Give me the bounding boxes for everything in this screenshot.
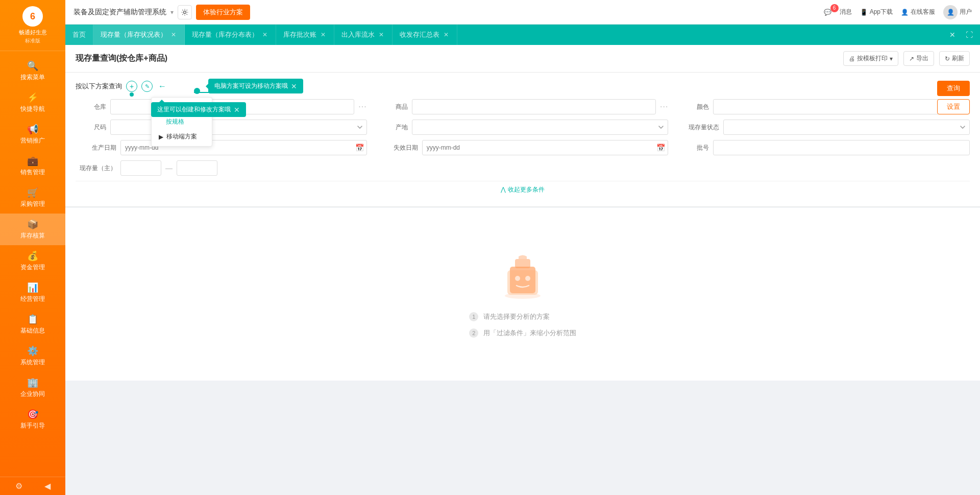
tooltip-mobile-schema: 电脑方案可设为移动方案哦 ✕ xyxy=(208,79,303,93)
tooltip2-close-btn[interactable]: ✕ xyxy=(234,106,240,114)
message-action[interactable]: 💬 6 消息 xyxy=(824,8,852,16)
inventory-max-input[interactable] xyxy=(177,160,217,176)
basic-info-icon: 📋 xyxy=(27,314,38,325)
expire-date-calendar-icon[interactable]: 📅 xyxy=(656,144,665,152)
sidebar-item-guide[interactable]: 🎯 新手引导 xyxy=(0,404,65,435)
tab-inout-flow-close[interactable]: ✕ xyxy=(378,30,385,39)
sidebar-item-label: 库存核算 xyxy=(20,231,45,240)
size-field: 尺码 xyxy=(76,120,367,135)
warehouse-dots[interactable]: ··· xyxy=(358,102,366,111)
settings-bottom-btn[interactable]: ⚙ xyxy=(15,481,22,491)
color-field: 颜色 xyxy=(678,99,970,114)
app-download-action[interactable]: 📱 App下载 xyxy=(860,8,893,16)
goods-dots[interactable]: ··· xyxy=(660,102,668,111)
tab-batch-ledger-close[interactable]: ✕ xyxy=(320,30,327,39)
origin-select[interactable] xyxy=(412,120,669,135)
produce-date-start-calendar-icon[interactable]: 📅 xyxy=(355,144,364,152)
color-select[interactable] xyxy=(713,99,970,114)
sidebar: 6 畅通好生意 标准版 🔍 搜索菜单 ⚡ 快捷导航 📢 营销推广 💼 销售管理 … xyxy=(0,0,65,495)
add-schema-btn[interactable]: + xyxy=(126,81,137,92)
tooltip1-close-btn[interactable]: ✕ xyxy=(291,82,297,90)
stock-status-select[interactable] xyxy=(723,120,970,135)
expand-tab-btn[interactable]: ⛶ xyxy=(963,29,976,41)
header-settings-btn[interactable] xyxy=(178,5,192,19)
page-title: 现存量查询(按仓库+商品) xyxy=(76,53,167,64)
tab-inout-flow[interactable]: 出入库流水 ✕ xyxy=(334,25,393,45)
back-schema-btn[interactable]: ← xyxy=(157,81,168,92)
origin-label: 产地 xyxy=(377,123,408,132)
print-icon: 🖨 xyxy=(849,55,855,62)
sidebar-item-search[interactable]: 🔍 搜索菜单 xyxy=(0,55,65,87)
produce-date-field: 生产日期 📅 xyxy=(76,140,367,155)
print-btn[interactable]: 🖨 按模板打印 ▾ xyxy=(843,51,898,66)
sales-icon: 💼 xyxy=(27,155,38,167)
batch-input[interactable] xyxy=(713,140,970,155)
edit-schema-btn[interactable]: ✎ xyxy=(141,81,153,92)
collapse-conditions-btn[interactable]: ⋀ 收起更多条件 xyxy=(76,181,970,198)
service-icon: 👤 xyxy=(901,9,909,16)
tab-inventory-status[interactable]: 现存量（库存状况表） ✕ xyxy=(93,25,185,45)
tab-collect-send[interactable]: 收发存汇总表 ✕ xyxy=(393,25,457,45)
inventory-min-input[interactable] xyxy=(120,160,161,176)
tab-batch-ledger-label: 库存批次账 xyxy=(283,30,316,39)
tab-bar: 首页 现存量（库存状况表） ✕ 现存量（库存分布表） ✕ 库存批次账 ✕ 出入库… xyxy=(65,25,980,45)
schema-pc-sub-label: 按规格 xyxy=(166,117,184,126)
sidebar-item-operations[interactable]: 📊 经营管理 xyxy=(0,277,65,309)
tab-inout-flow-label: 出入库流水 xyxy=(341,30,375,39)
tab-inventory-status-close[interactable]: ✕ xyxy=(170,30,177,39)
sidebar-item-marketing[interactable]: 📢 营销推广 xyxy=(0,119,65,150)
experience-btn[interactable]: 体验行业方案 xyxy=(196,5,250,20)
sidebar-item-finance[interactable]: 💰 资金管理 xyxy=(0,245,65,277)
expire-date-input[interactable] xyxy=(422,140,669,155)
user-avatar: 👤 xyxy=(943,5,958,19)
message-badge: 6 xyxy=(830,4,839,12)
sidebar-item-enterprise[interactable]: 🏢 企业协同 xyxy=(0,372,65,404)
sidebar-item-quick-nav[interactable]: ⚡ 快捷导航 xyxy=(0,87,65,119)
sidebar-item-label: 营销推广 xyxy=(20,136,45,145)
tab-inventory-dist-close[interactable]: ✕ xyxy=(261,30,268,39)
step2-num: 2 xyxy=(469,328,478,338)
svg-point-5 xyxy=(525,276,530,281)
sidebar-item-sales[interactable]: 💼 销售管理 xyxy=(0,150,65,182)
sidebar-item-basic-info[interactable]: 📋 基础信息 xyxy=(0,309,65,340)
online-service-action[interactable]: 👤 在线客服 xyxy=(901,8,935,16)
collapse-up-icon: ⋀ xyxy=(501,186,507,193)
size-select[interactable] xyxy=(110,120,367,135)
schema-mobile-item[interactable]: ▶ 移动端方案 xyxy=(152,129,212,144)
sidebar-item-inventory[interactable]: 📦 库存核算 xyxy=(0,214,65,245)
tab-batch-ledger[interactable]: 库存批次账 ✕ xyxy=(276,25,334,45)
system-icon: ⚙️ xyxy=(27,345,38,357)
sidebar-item-label: 快捷导航 xyxy=(20,105,45,113)
tab-inventory-status-label: 现存量（库存状况表） xyxy=(101,30,167,39)
tab-collect-send-close[interactable]: ✕ xyxy=(443,30,450,39)
tab-home[interactable]: 首页 xyxy=(65,25,93,45)
sidebar-item-system[interactable]: ⚙️ 系统管理 xyxy=(0,340,65,372)
sidebar-bottom: ⚙ ◀ xyxy=(0,477,65,495)
export-btn[interactable]: ↗ 导出 xyxy=(903,51,934,66)
expire-date-wrap: 📅 xyxy=(422,140,669,155)
reset-btn[interactable]: 设置 xyxy=(937,99,970,114)
system-dropdown-btn[interactable]: ▾ xyxy=(170,9,174,16)
content-area: 现存量查询(按仓库+商品) 🖨 按模板打印 ▾ ↗ 导出 ↻ 刷新 xyxy=(65,45,980,495)
close-all-tabs-btn[interactable]: ✕ xyxy=(946,29,959,41)
warehouse-label: 仓库 xyxy=(76,103,106,111)
sidebar-item-label: 资金管理 xyxy=(20,263,45,272)
refresh-btn[interactable]: ↻ 刷新 xyxy=(939,51,970,66)
refresh-label: 刷新 xyxy=(952,54,964,63)
goods-input[interactable] xyxy=(412,99,656,114)
tooltip1-text: 电脑方案可设为移动方案哦 xyxy=(214,82,288,90)
search-btn[interactable]: 查询 xyxy=(937,81,970,96)
print-dropdown-icon: ▾ xyxy=(890,55,893,62)
sidebar-item-purchase[interactable]: 🛒 采购管理 xyxy=(0,182,65,214)
main-area: 装备及固定资产辅助管理系统 ▾ 体验行业方案 💬 6 消息 📱 App下载 👤 … xyxy=(65,0,980,495)
tab-collect-send-label: 收发存汇总表 xyxy=(400,30,439,39)
goods-label: 商品 xyxy=(377,103,408,111)
user-action[interactable]: 👤 用户 xyxy=(943,5,972,19)
step1-num: 1 xyxy=(469,312,478,321)
app-logo-icon: 6 xyxy=(22,6,43,27)
message-icon: 💬 xyxy=(824,9,831,16)
tab-inventory-dist[interactable]: 现存量（库存分布表） ✕ xyxy=(185,25,276,45)
export-label: 导出 xyxy=(916,54,928,63)
search-actions: 查询 设置 xyxy=(937,81,970,114)
collapse-sidebar-btn[interactable]: ◀ xyxy=(44,481,51,491)
